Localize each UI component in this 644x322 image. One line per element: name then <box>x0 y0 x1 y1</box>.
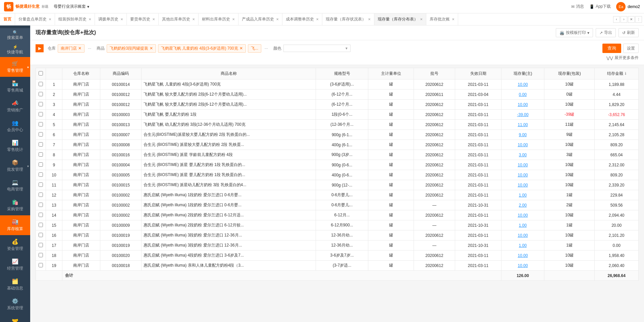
sidebar-item-tong-ji[interactable]: 📊 零售统计 <box>0 136 30 156</box>
cell-checkbox[interactable] <box>36 200 46 210</box>
cell-checkbox[interactable] <box>36 240 46 251</box>
cell-checkbox[interactable] <box>36 110 46 120</box>
cell-stock-main[interactable]: 1.00 <box>501 220 544 230</box>
tab-qi-ta[interactable]: 其他出库单历史 ✕ <box>159 13 199 25</box>
cell-checkbox[interactable] <box>36 251 46 261</box>
cell-stock-main[interactable]: 10.00 <box>501 210 544 220</box>
tab-close-icon[interactable]: ✕ <box>89 17 91 21</box>
cell-stock-main[interactable]: -39.00 <box>501 110 544 120</box>
cell-stock-main[interactable]: 10.00 <box>501 170 544 180</box>
product-tag-1[interactable]: 飞鹤奶粉3段丙罐提装 ✕ <box>107 44 156 53</box>
warehouse-tag-close-icon[interactable]: ✕ <box>78 46 82 51</box>
sidebar-search[interactable]: 🔍 搜索菜单 <box>0 28 30 43</box>
tab-close-icon[interactable]: ✕ <box>452 17 454 21</box>
account-dropdown[interactable]: 母婴行业演示账套 ▾ <box>54 4 89 9</box>
query-button[interactable]: 查询 <box>602 44 621 53</box>
cell-checkbox[interactable] <box>36 150 46 160</box>
sidebar-quick-nav[interactable]: ⚡ 快捷导航 <box>0 43 30 57</box>
tab-home[interactable]: 首页 <box>0 13 15 25</box>
cell-stock-main[interactable]: 10.00 <box>501 140 544 150</box>
tab-close-icon[interactable]: ✕ <box>368 17 371 21</box>
cell-checkbox[interactable] <box>36 130 46 140</box>
tab-close-icon[interactable]: ✕ <box>120 17 123 21</box>
cell-checkbox[interactable] <box>36 170 46 180</box>
warehouse-tag[interactable]: 南岸门店 ✕ <box>58 44 85 53</box>
tab-close-icon[interactable]: ✕ <box>276 17 279 21</box>
tab-menu[interactable]: ⋮ <box>635 16 642 23</box>
tab-close-icon[interactable]: ✕ <box>420 17 423 21</box>
tab-fen-pan[interactable]: 分量盘点单历史 ✕ <box>15 13 55 25</box>
tab-close-icon[interactable]: ✕ <box>152 17 155 21</box>
tab-zu-chai[interactable]: 组装拆卸单历史 ✕ <box>55 13 95 25</box>
tab-tiao-bo[interactable]: 调拨单历史 ✕ <box>95 13 127 25</box>
refresh-button[interactable]: ↺ 刷新 <box>619 28 639 37</box>
cell-stock-main[interactable]: 1.00 <box>501 190 544 200</box>
tab-close-icon[interactable]: ✕ <box>49 17 51 21</box>
tab-next-arrow[interactable]: › <box>621 16 627 23</box>
cell-stock-main[interactable]: 10.00 <box>501 261 544 271</box>
cell-stock-main[interactable]: 9.00 <box>501 130 544 140</box>
sidebar-item-jing-ying[interactable]: 📈 经营管理 <box>0 255 30 275</box>
cell-stock-main[interactable]: 1.00 <box>501 240 544 251</box>
sidebar-item-ji-chu[interactable]: 🗂️ 基础信息 <box>0 275 30 294</box>
cell-stock-main[interactable]: 2.00 <box>501 200 544 210</box>
cell-stock-main[interactable]: 10.00 <box>501 230 544 240</box>
export-button[interactable]: ↗ 导出 <box>596 28 616 37</box>
cell-checkbox[interactable] <box>36 180 46 190</box>
app-download-button[interactable]: 📱 App下载 <box>589 4 611 9</box>
product-tag-close-icon[interactable]: ✕ <box>150 46 153 51</box>
cell-checkbox[interactable] <box>36 261 46 271</box>
print-button[interactable]: 🖨️ 按模板打印 ▾ <box>556 28 593 37</box>
cell-stock-main[interactable]: 10.00 <box>501 100 544 110</box>
sidebar-item-ku-cun[interactable]: 🏭 库存核算 <box>0 215 30 235</box>
sidebar-item-pi-fa[interactable]: 📦 批发管理 ▾ <box>0 156 30 176</box>
cell-stock-main[interactable]: 10.00 <box>501 251 544 261</box>
sidebar-item-cai-gou[interactable]: 🛍️ 采购管理 <box>0 196 30 215</box>
cell-checkbox[interactable] <box>36 120 46 130</box>
message-button[interactable]: ✉ 消息 <box>571 4 584 9</box>
cell-checkbox[interactable] <box>36 100 46 110</box>
product-tag-close-icon[interactable]: ✕ <box>239 46 243 51</box>
cell-stock-main[interactable]: 11.00 <box>501 120 544 130</box>
cell-checkbox[interactable] <box>36 79 46 90</box>
cell-checkbox[interactable] <box>36 160 46 170</box>
cell-checkbox[interactable] <box>36 90 46 100</box>
sidebar-item-zi-jin[interactable]: 💰 资金管理 <box>0 235 30 255</box>
tab-xian-cun-fen[interactable]: 现存量（库存分布表） ✕ <box>374 13 426 25</box>
tab-close-icon[interactable]: ✕ <box>232 17 235 21</box>
tab-pi-ci[interactable]: 库存批次账 ✕ <box>426 13 458 25</box>
tab-close-icon[interactable]: ✕ <box>192 17 195 21</box>
tab-yao-huo[interactable]: 要货单历史 ✕ <box>127 13 159 25</box>
sidebar-item-xi-tong[interactable]: ⚙️ 系统管理 <box>0 294 30 314</box>
cell-stock-main[interactable]: 10.00 <box>501 160 544 170</box>
sidebar-item-ling-shou-shang[interactable]: 🏪 零售商城 <box>0 77 30 97</box>
sidebar-item-ying-xiao[interactable]: 📣 营销推广 <box>0 97 30 116</box>
product-more-icon[interactable]: ··· <box>263 46 269 51</box>
info-icon[interactable]: ℹ <box>625 71 626 75</box>
cell-stock-main[interactable]: 10.00 <box>501 180 544 190</box>
cell-checkbox[interactable] <box>36 220 46 230</box>
color-select[interactable]: ▾ <box>283 45 351 52</box>
cell-stock-main[interactable]: 10.00 <box>501 79 544 90</box>
sidebar-item-dian-shang[interactable]: 💻 电商管理 <box>0 176 30 196</box>
filter-toggle-button[interactable]: ▶ <box>36 44 44 52</box>
cell-checkbox[interactable] <box>36 140 46 150</box>
sidebar-item-ling-shou[interactable]: 🛒 零售管理 ▾ <box>0 57 30 77</box>
cell-checkbox[interactable] <box>36 210 46 220</box>
settings-button[interactable]: 设置 <box>623 44 639 53</box>
warehouse-more-icon[interactable]: ··· <box>87 46 93 51</box>
tab-cai-liao[interactable]: 材料出库单历史 ✕ <box>199 13 238 25</box>
product-tag-2[interactable]: 飞鹤星飞帆 儿童奶粉 4段(3-6岁适用) 700克 ✕ <box>158 44 246 53</box>
cell-stock-main[interactable]: 0.00 <box>501 90 544 100</box>
tab-close-all[interactable]: ✕ <box>628 16 635 23</box>
sidebar-item-qi-ye[interactable]: 🤝 企业协同 <box>0 314 30 322</box>
sidebar-item-hui-yuan[interactable]: 👥 会员中心 <box>0 116 30 136</box>
tab-xian-cun-zhuang[interactable]: 现存量（库存状况表） ✕ <box>322 13 374 25</box>
product-tag-more[interactable]: 飞... <box>248 44 261 53</box>
user-area[interactable]: Ea demo2 <box>616 2 640 11</box>
tab-chan-pin[interactable]: 产成品入库单历史 ✕ <box>238 13 282 25</box>
cell-stock-main[interactable]: 3.00 <box>501 150 544 160</box>
tab-close-icon[interactable]: ✕ <box>316 17 319 21</box>
tab-prev-arrow[interactable]: ‹ <box>613 16 620 23</box>
cell-checkbox[interactable] <box>36 230 46 240</box>
